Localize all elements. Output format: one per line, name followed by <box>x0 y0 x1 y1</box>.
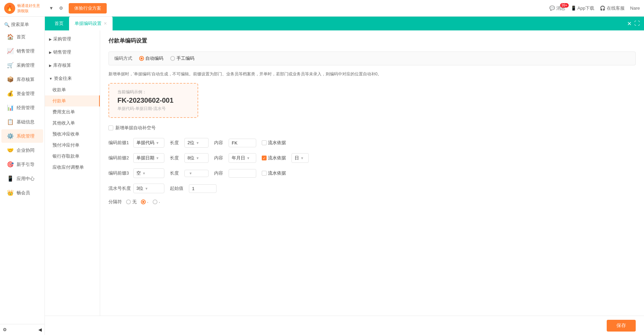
sub-nav-item-adjust[interactable]: 应收应付调整单 <box>45 162 100 173</box>
sidebar-item-partner[interactable]: 🤝 企业协同 <box>1 143 43 157</box>
auto-fill-row[interactable]: 新增单据自动补空号 <box>108 125 636 131</box>
sub-nav-header-sales[interactable]: ▶ 销售管理 <box>45 46 100 58</box>
serial-cycle-select[interactable]: 日 ▼ <box>291 153 309 163</box>
content-input-1[interactable] <box>229 139 256 147</box>
length-label-1: 长度 <box>170 140 179 146</box>
user-info[interactable]: Nare <box>630 6 640 11</box>
sidebar-item-member[interactable]: 👑 畅会员 <box>1 186 43 199</box>
chevron-down-icon2: ▼ <box>196 141 199 145</box>
auto-encode-option[interactable]: 自动编码 <box>139 55 163 62</box>
serial-length-select[interactable]: 3位 ▼ <box>133 184 164 193</box>
app-download-link[interactable]: 📱 App下载 <box>571 5 594 11</box>
purchase-icon: 🛒 <box>7 62 14 68</box>
manual-encode-radio[interactable] <box>170 56 175 61</box>
preview-code: FK-20230602-001 <box>117 96 189 104</box>
sep-none-radio[interactable] <box>126 199 131 204</box>
sep-dot2-radio[interactable] <box>153 199 157 204</box>
sidebar-settings-icon[interactable]: ⚙ <box>3 327 7 332</box>
length-label-3: 长度 <box>170 170 179 176</box>
sub-nav-header-purchase[interactable]: ▶ 采购管理 <box>45 33 100 45</box>
sidebar: 🔍 搜索菜单 🏠 首页 📈 销售管理 🛒 采购管理 📦 库存核算 💰 资金管理 … <box>0 17 45 335</box>
serial-length-row: 流水号长度 3位 ▼ 起始值 <box>108 184 636 193</box>
topbar-right: 💬 消息 99+ 📱 App下载 🎧 在线客服 Nare <box>549 5 640 11</box>
start-value-label: 起始值 <box>170 185 183 192</box>
finance-icon: 💰 <box>7 90 14 97</box>
manual-encode-option[interactable]: 手工编码 <box>170 55 194 62</box>
tab-encode-settings[interactable]: 单据编码设置 ✕ <box>69 17 113 30</box>
content-input-3[interactable] <box>229 169 256 178</box>
sidebar-item-purchase[interactable]: 🛒 采购管理 <box>1 58 43 72</box>
sep-dot1-radio[interactable] <box>141 199 146 204</box>
sub-nav-group-sales: ▶ 销售管理 <box>45 46 100 58</box>
sub-nav: ▶ 采购管理 ▶ 销售管理 ▶ 库存核算 <box>45 30 100 335</box>
length-label-2: 长度 <box>170 155 179 161</box>
tab-home[interactable]: 首页 <box>49 17 69 30</box>
separator-none[interactable]: 无 <box>126 199 137 205</box>
content-label-1: 内容 <box>214 140 223 146</box>
message-badge: 99+ <box>560 3 569 8</box>
sidebar-item-inventory[interactable]: 📦 库存核算 <box>1 73 43 86</box>
sub-nav-item-payment[interactable]: 付款单 <box>45 95 100 106</box>
home-icon: 🏠 <box>7 34 14 40</box>
serial-checkbox-3[interactable]: 流水依据 <box>262 170 286 176</box>
arrow-down-icon: ▼ <box>49 77 52 81</box>
serial-checkbox-2[interactable]: ✓ 流水依据 <box>262 155 286 161</box>
auto-encode-radio[interactable] <box>139 56 144 61</box>
sidebar-bottom: ⚙ ◀ <box>0 324 45 335</box>
save-button[interactable]: 保存 <box>607 320 636 332</box>
separator-dot1[interactable]: · <box>141 199 148 205</box>
prefix-select-3[interactable]: 空 ▼ <box>133 168 164 178</box>
auto-fill-checkbox[interactable] <box>108 125 113 130</box>
topbar-middle: ▼ ⚙ 体验行业方案 <box>49 3 549 13</box>
sidebar-item-appcenter[interactable]: 📱 应用中心 <box>1 172 43 185</box>
separator-label: 分隔符 <box>108 199 122 205</box>
sidebar-item-finance[interactable]: 💰 资金管理 <box>1 87 43 100</box>
sub-nav-item-other-income[interactable]: 其他收入单 <box>45 118 100 129</box>
sub-nav-header-capital[interactable]: ▼ 资金往来 <box>45 73 100 84</box>
sidebar-search[interactable]: 🔍 搜索菜单 <box>0 19 45 30</box>
logo-icon: 🔥 <box>4 3 15 14</box>
window-max-icon[interactable]: ⛶ <box>634 20 640 27</box>
settings-icon[interactable]: ⚙ <box>56 3 66 13</box>
serial-checkbox-1[interactable]: 流水依据 <box>262 140 286 146</box>
prefix-select-1[interactable]: 单据代码 ▼ <box>133 138 164 148</box>
online-service-link[interactable]: 🎧 在线客服 <box>600 5 625 11</box>
prefix-label-1: 编码前缀1 <box>108 140 128 146</box>
sidebar-item-newguide[interactable]: 🎯 新手引导 <box>1 158 43 171</box>
sidebar-item-basic[interactable]: 📋 基础信息 <box>1 115 43 129</box>
sub-nav-item-expense[interactable]: 费用支出单 <box>45 106 100 118</box>
inventory-icon: 📦 <box>7 76 14 83</box>
topbar-dropdown[interactable]: ▼ <box>49 6 54 11</box>
sub-nav-group-purchase: ▶ 采购管理 <box>45 33 100 45</box>
content-select-2[interactable]: 年月日 ▼ <box>229 153 256 163</box>
sidebar-collapse-icon[interactable]: ◀ <box>38 327 42 332</box>
nav-tabs-right: ✕ ⛶ <box>627 20 640 27</box>
sidebar-item-operations[interactable]: 📊 经营管理 <box>1 101 43 114</box>
chevron-down-icon: ▼ <box>156 141 159 145</box>
serial-check-icon-2: ✓ <box>262 156 267 160</box>
partner-icon: 🤝 <box>7 147 14 153</box>
sidebar-item-system[interactable]: ⚙️ 系统管理 <box>1 129 43 143</box>
separator-row: 分隔符 无 · · <box>108 199 636 205</box>
message-button[interactable]: 💬 消息 99+ <box>549 5 565 11</box>
tab-close-icon[interactable]: ✕ <box>104 21 107 26</box>
page-title: 付款单编码设置 <box>108 37 636 45</box>
sub-nav-header-inventory[interactable]: ▶ 库存核算 <box>45 59 100 71</box>
sub-nav-item-pre-receipt[interactable]: 预收冲应收单 <box>45 129 100 140</box>
start-value-input[interactable] <box>189 184 217 193</box>
chevron-down-icon4: ▼ <box>196 156 199 160</box>
sub-nav-item-bank[interactable]: 银行存取款单 <box>45 151 100 162</box>
sub-nav-item-receipt[interactable]: 收款单 <box>45 84 100 95</box>
window-min-icon[interactable]: ✕ <box>627 20 632 27</box>
sub-nav-item-pre-payment[interactable]: 预付冲应付单 <box>45 140 100 151</box>
appcenter-icon: 📱 <box>7 175 14 182</box>
length-select-2[interactable]: 8位 ▼ <box>184 153 209 163</box>
length-select-1[interactable]: 2位 ▼ <box>184 138 209 148</box>
prefix-select-2[interactable]: 单据日期 ▼ <box>133 153 164 163</box>
separator-dot2[interactable]: · <box>153 199 160 205</box>
sidebar-item-sales[interactable]: 📈 销售管理 <box>1 44 43 58</box>
length-select-3[interactable]: ▼ <box>184 170 209 177</box>
serial-check-icon-1 <box>262 140 267 145</box>
trial-button[interactable]: 体验行业方案 <box>69 3 107 13</box>
sidebar-item-home[interactable]: 🏠 首页 <box>1 30 43 44</box>
